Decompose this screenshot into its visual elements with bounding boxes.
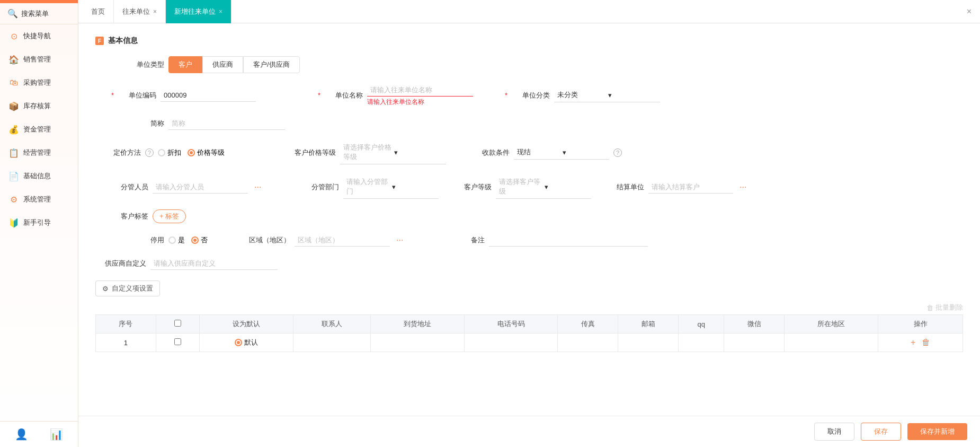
cell-qq [679, 334, 724, 352]
short-name-field: 简称 [127, 117, 285, 130]
sidebar-item-quick-nav[interactable]: ⊙ 快捷导航 [0, 24, 78, 48]
unit-name-input[interactable] [367, 84, 473, 97]
tab-partners-close[interactable]: × [153, 8, 157, 15]
settlement-field: 结算单位 ··· [607, 181, 749, 194]
finance-icon: 💰 [8, 124, 19, 135]
sidebar-item-inventory[interactable]: 📦 库存核算 [0, 94, 78, 118]
sidebar-item-basic[interactable]: 📄 基础信息 [0, 164, 78, 188]
sidebar-item-purchase[interactable]: 🛍 采购管理 [0, 71, 78, 94]
chevron-down-icon4: ▾ [392, 183, 435, 191]
sidebar-item-finance[interactable]: 💰 资金管理 [0, 118, 78, 141]
batch-delete-label[interactable]: 批量删除 [936, 303, 963, 312]
customer-level-field: 客户等级 请选择客户等级 ▾ [455, 175, 591, 199]
sidebar: 🔍 搜索菜单 ⊙ 快捷导航 🏠 销售管理 🛍 采购管理 📦 库存核算 💰 资金管… [0, 0, 78, 447]
remarks-input[interactable] [489, 234, 648, 247]
col-action: 操作 [878, 315, 963, 334]
radio-discount[interactable]: 折扣 [158, 148, 181, 157]
department-select[interactable]: 请输入分管部门 ▾ [343, 175, 439, 199]
sidebar-item-search[interactable]: 🔍 搜索菜单 [0, 3, 78, 24]
region-input[interactable] [295, 234, 390, 247]
batch-delete-icon: 🗑 [926, 304, 933, 312]
radio-price-level[interactable]: 价格等级 [188, 148, 225, 157]
radio-no[interactable]: 否 [191, 235, 208, 245]
row-checkbox[interactable] [174, 338, 181, 345]
sidebar-item-sales[interactable]: 🏠 销售管理 [0, 48, 78, 71]
radio-yes[interactable]: 是 [168, 235, 185, 245]
type-btn-both[interactable]: 客户/供应商 [243, 56, 300, 73]
supplier-custom-field: 供应商自定义 [104, 257, 278, 270]
payment-terms-select[interactable]: 现结 ▾ [514, 145, 609, 160]
customer-price-level-label: 客户价格等级 [295, 148, 336, 157]
sidebar-item-label: 基础信息 [23, 171, 51, 181]
batch-delete-area: 🗑 批量删除 [95, 303, 963, 312]
col-qq: qq [679, 315, 724, 334]
tab-home[interactable]: 首页 [83, 0, 114, 23]
manager-input[interactable] [153, 181, 248, 194]
radio-discount-label: 折扣 [167, 148, 181, 157]
settlement-more-btn[interactable]: ··· [737, 182, 749, 192]
tab-bar: 首页 往来单位 × 新增往来单位 × × [78, 0, 980, 23]
operation-icon: 📋 [8, 147, 19, 158]
tab-partners-label: 往来单位 [122, 7, 150, 16]
sidebar-item-operation[interactable]: 📋 经营管理 [0, 141, 78, 164]
unit-code-input[interactable] [161, 89, 256, 102]
disabled-region-row: 停用 是 否 区域（地区） ··· [95, 234, 963, 247]
region-more-btn[interactable]: ··· [394, 235, 405, 245]
tab-partners[interactable]: 往来单位 × [114, 0, 166, 23]
customer-price-level-placeholder: 请选择客户价格等级 [343, 143, 392, 162]
manager-more-btn[interactable]: ··· [252, 182, 263, 192]
chevron-down-icon3: ▾ [563, 148, 606, 156]
col-email: 邮箱 [618, 315, 679, 334]
col-contact: 联系人 [293, 315, 370, 334]
pricing-help-icon[interactable]: ? [145, 148, 154, 157]
save-new-button[interactable]: 保存并新增 [907, 423, 967, 440]
cell-region [785, 334, 878, 352]
sidebar-item-guide[interactable]: 🔰 新手引导 [0, 211, 78, 234]
department-field: 分管部门 请输入分管部门 ▾ [302, 175, 439, 199]
short-name-input[interactable] [168, 117, 285, 130]
payment-terms-help-icon[interactable]: ? [613, 148, 622, 157]
tab-new-partner[interactable]: 新增往来单位 × [166, 0, 231, 23]
sidebar-item-label: 系统管理 [23, 195, 51, 204]
save-button[interactable]: 保存 [861, 423, 901, 441]
settlement-input[interactable] [648, 181, 733, 194]
sidebar-item-system[interactable]: ⚙ 系统管理 [0, 188, 78, 211]
supplier-custom-input[interactable] [150, 257, 278, 270]
table-header-row: 序号 设为默认 联系人 到货地址 电话号码 传真 邮箱 qq 微信 所在地区 操… [96, 315, 963, 334]
add-tag-button[interactable]: + 标签 [153, 209, 186, 223]
chart-icon[interactable]: 📊 [50, 428, 63, 441]
disabled-field: 停用 是 否 [127, 235, 233, 245]
col-default: 设为默认 [200, 315, 293, 334]
radio-yes-circle [168, 236, 176, 244]
customer-price-level-select[interactable]: 请选择客户价格等级 ▾ [340, 141, 446, 164]
manager-label: 分管人员 [111, 182, 148, 192]
unit-type-field: 单位类型 客户 供应商 客户/供应商 [127, 56, 300, 73]
cancel-button[interactable]: 取消 [814, 423, 854, 441]
col-fax: 传真 [558, 315, 618, 334]
customer-level-select[interactable]: 请选择客户等级 ▾ [496, 175, 591, 199]
type-btn-customer[interactable]: 客户 [168, 56, 202, 73]
home-icon: 🏠 [8, 54, 19, 65]
add-row-button[interactable]: + [908, 338, 917, 347]
remarks-field: 备注 [448, 234, 648, 247]
add-tag-label: + 标签 [159, 212, 179, 221]
radio-default[interactable]: 默认 [205, 338, 288, 347]
col-region: 所在地区 [785, 315, 878, 334]
pricing-method-field: 定价方法 ? 折扣 价格等级 [104, 148, 279, 157]
unit-category-select[interactable]: 未分类 ▾ [554, 88, 660, 102]
close-all-button[interactable]: × [963, 7, 976, 16]
custom-settings-button[interactable]: ⚙ 自定义项设置 [95, 281, 160, 296]
tab-new-partner-close[interactable]: × [219, 8, 222, 15]
user-icon[interactable]: 👤 [15, 428, 28, 441]
type-btn-supplier[interactable]: 供应商 [202, 56, 243, 73]
inventory-icon: 📦 [8, 101, 19, 111]
delete-row-button[interactable]: 🗑 [920, 338, 932, 347]
table-row: 1 默认 [96, 334, 963, 352]
select-all-checkbox[interactable] [174, 320, 181, 327]
chevron-down-icon2: ▾ [394, 148, 443, 156]
footer: 取消 保存 保存并新增 [78, 416, 980, 447]
disabled-label: 停用 [127, 235, 164, 245]
unit-code-label: 单位编码 [119, 91, 156, 100]
region-field: 区域（地区） ··· [249, 234, 405, 247]
cell-wechat [724, 334, 785, 352]
